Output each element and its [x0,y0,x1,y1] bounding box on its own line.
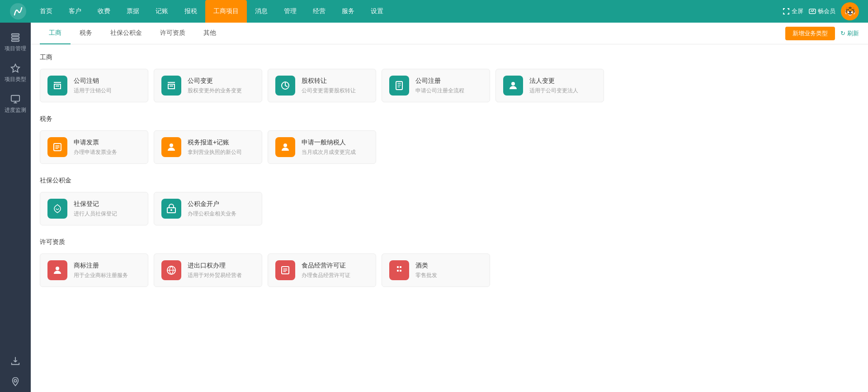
nav-message[interactable]: 消息 [247,0,276,23]
card-equity-transfer[interactable]: 股权转让 公司变更需要股权转让 [268,69,376,102]
sidebar-item-project-type[interactable]: 项目类型 [0,58,31,89]
card-icon-company-cancel [47,76,67,96]
card-icon-liquor [389,260,409,280]
svg-rect-21 [397,270,399,272]
nav-manage[interactable]: 管理 [276,0,305,23]
svg-point-15 [170,209,172,211]
svg-rect-6 [11,96,19,101]
vip-button[interactable]: 畅会员 [809,7,835,15]
card-apply-invoice[interactable]: 申请发票 办理申请发票业务 [40,130,148,164]
card-food-license[interactable]: 食品经营许可证 办理食品经营许可证 [268,253,376,287]
card-info-social-insurance: 社保登记 进行人员社保登记 [74,200,117,218]
top-right-actions: 全屏 畅会员 🐯 [783,2,868,20]
card-desc: 拿到营业执照的新公司 [188,148,242,156]
tab-bar-actions: 新增业务类型 ↻ 刷新 [785,27,859,40]
card-trademark[interactable]: 商标注册 用于企业商标注册服务 [40,253,148,287]
svg-point-16 [56,267,59,270]
card-info-tax-report: 税务报道+记账 拿到营业执照的新公司 [188,139,242,156]
tab-xuke[interactable]: 许可资质 [151,23,194,44]
cards-grid-gongshang: 公司注销 适用于注销公司 公司变更 股权变更外的业务变更 [40,69,859,102]
card-general-taxpayer[interactable]: 申请一般纳税人 当月或次月成变更完成 [268,130,376,164]
card-desc: 股权变更外的业务变更 [188,87,242,95]
card-icon-food-license [275,260,295,280]
nav-bizproject[interactable]: 工商项目 [205,0,247,23]
card-info-general-taxpayer: 申请一般纳税人 当月或次月成变更完成 [302,139,356,156]
mascot-icon: 🐯 [841,2,859,20]
card-info-liquor: 酒类 零售批发 [415,262,437,279]
nav-items: 首页 客户 收费 票据 记账 报税 工商项目 消息 管理 经营 服务 设置 [32,0,783,23]
nav-invoice[interactable]: 票据 [118,0,147,23]
add-type-button[interactable]: 新增业务类型 [785,27,835,40]
card-desc: 零售批发 [415,272,437,279]
nav-operation[interactable]: 经营 [305,0,334,23]
card-company-register[interactable]: 公司注册 申请公司注册全流程 [382,69,490,102]
card-icon-housing-fund [161,199,181,219]
card-title: 商标注册 [74,262,128,270]
card-desc: 办理食品经营许可证 [302,272,350,279]
tab-gongshang[interactable]: 工商 [40,23,71,44]
cards-grid-shebao: 社保登记 进行人员社保登记 公积金开户 办理公积金相关业务 [40,192,859,225]
card-housing-fund[interactable]: 公积金开户 办理公积金相关业务 [154,192,262,225]
card-desc: 进行人员社保登记 [74,210,117,218]
sidebar-download[interactable] [0,350,31,371]
nav-fee[interactable]: 收费 [90,0,118,23]
svg-rect-19 [397,266,399,268]
sidebar-location[interactable] [0,371,31,392]
sidebar: 项目管理 项目类型 进度监测 [0,23,31,392]
card-title: 公积金开户 [188,200,236,208]
card-title: 食品经营许可证 [302,262,350,270]
card-icon-equity-transfer [275,76,295,96]
card-title: 酒类 [415,262,437,270]
nav-service[interactable]: 服务 [334,0,363,23]
card-title: 申请一般纳税人 [302,139,356,147]
card-info-legal-change: 法人变更 适用于公司变更法人 [529,77,578,95]
section-label-shuiwu: 税务 [40,115,859,123]
card-title: 股权转让 [302,77,356,85]
card-company-cancel[interactable]: 公司注销 适用于注销公司 [40,69,148,102]
card-liquor[interactable]: 酒类 零售批发 [382,253,490,287]
card-legal-change[interactable]: 法人变更 适用于公司变更法人 [495,69,604,102]
nav-home[interactable]: 首页 [32,0,61,23]
card-title: 税务报道+记账 [188,139,242,147]
nav-tax[interactable]: 报税 [176,0,205,23]
svg-rect-9 [396,81,402,90]
nav-settings[interactable]: 设置 [363,0,392,23]
card-title: 进出口权办理 [188,262,242,270]
section-label-shebao: 社保公积金 [40,177,859,185]
tab-other[interactable]: 其他 [194,23,225,44]
card-info-trademark: 商标注册 用于企业商标注册服务 [74,262,128,279]
card-info-food-license: 食品经营许可证 办理食品经营许可证 [302,262,350,279]
card-info-company-change: 公司变更 股权变更外的业务变更 [188,77,242,95]
card-info-equity: 股权转让 公司变更需要股权转让 [302,77,356,95]
tab-shebao[interactable]: 社保公积金 [101,23,151,44]
nav-customer[interactable]: 客户 [61,0,90,23]
card-desc: 适用于公司变更法人 [529,87,578,95]
card-import-export[interactable]: 进出口权办理 适用于对外贸易经营者 [154,253,262,287]
card-icon-company-change [161,76,181,96]
top-navigation: 首页 客户 收费 票据 记账 报税 工商项目 消息 管理 经营 服务 设置 全屏… [0,0,868,23]
tab-shuiwu[interactable]: 税务 [71,23,101,44]
page-content: 工商 公司注销 适用于注销公司 公司变更 [31,44,868,392]
card-social-insurance[interactable]: 社保登记 进行人员社保登记 [40,192,148,225]
card-company-change[interactable]: 公司变更 股权变更外的业务变更 [154,69,262,102]
svg-rect-22 [400,270,401,272]
card-icon-import-export [161,260,181,280]
content-area: 工商 税务 社保公积金 许可资质 其他 新增业务类型 ↻ 刷新 工商 [31,23,868,392]
card-icon-general-taxpayer [275,137,295,157]
refresh-button[interactable]: ↻ 刷新 [840,29,859,38]
card-desc: 适用于注销公司 [74,87,112,95]
sidebar-bottom [0,350,31,392]
card-icon-apply-invoice [47,137,67,157]
sidebar-item-project-manage[interactable]: 项目管理 [0,27,31,58]
card-icon-trademark [47,260,67,280]
card-title: 公司注册 [415,77,464,85]
section-label-gongshang: 工商 [40,53,859,62]
section-label-xuke: 许可资质 [40,238,859,246]
nav-accounting[interactable]: 记账 [147,0,176,23]
card-icon-legal-change [503,76,523,96]
sidebar-item-progress-monitor[interactable]: 进度监测 [0,89,31,120]
svg-rect-4 [12,40,19,42]
fullscreen-button[interactable]: 全屏 [783,7,803,15]
card-desc: 当月或次月成变更完成 [302,148,356,156]
card-tax-report[interactable]: 税务报道+记账 拿到营业执照的新公司 [154,130,262,164]
